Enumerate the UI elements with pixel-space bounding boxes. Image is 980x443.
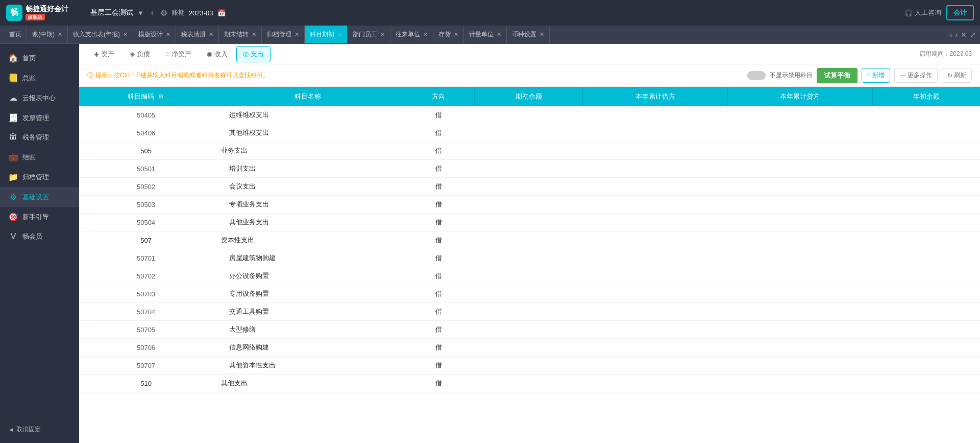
sidebar-item-invoice[interactable]: 🧾 发票管理 — [0, 108, 79, 128]
table-row[interactable]: 510 其他支出 借 — [79, 375, 980, 392]
company-dropdown-icon[interactable]: ▼ — [137, 9, 144, 17]
cell-name: 大型修缮 — [213, 321, 403, 339]
content-tab-assets[interactable]: ◈ 资产 — [87, 46, 121, 62]
tab-close-icon[interactable]: ✕ — [166, 31, 170, 38]
tab-close-icon[interactable]: ✕ — [123, 31, 128, 38]
table-row[interactable]: 50501 培训支出 借 — [79, 160, 980, 178]
toolbar: ⓘ 提示：按Ctrl + F键并输入科目编码或者科目名称可以查找科目。 不显示禁… — [79, 64, 980, 87]
tab-close-icon[interactable]: ✕ — [540, 31, 544, 38]
tab-counterparty[interactable]: 往来单位 ✕ — [390, 26, 433, 44]
cell-year-opening — [872, 267, 980, 285]
left-arrow-icon: ◄ — [8, 426, 14, 433]
table-row[interactable]: 50701 房屋建筑物购建 借 — [79, 249, 980, 267]
cell-code: 50406 — [79, 124, 213, 142]
tab-department-staff[interactable]: 部门员工 ✕ — [348, 26, 390, 44]
table-row[interactable]: 50705 大型修缮 借 — [79, 321, 980, 339]
table-row[interactable]: 50702 办公设备购置 借 — [79, 267, 980, 285]
tab-homepage[interactable]: 首页 — [4, 26, 27, 44]
table-row[interactable]: 50405 运维维权支出 借 — [79, 106, 980, 124]
sidebar-item-archive[interactable]: 📁 归档管理 — [0, 167, 79, 187]
tab-close-icon[interactable]: ✕ — [497, 31, 501, 38]
table-row[interactable]: 50706 信息网络购建 借 — [79, 339, 980, 357]
table-row[interactable]: 50503 专项业务支出 借 — [79, 196, 980, 214]
tab-close-icon[interactable]: ✕ — [423, 31, 428, 38]
more-operations-button[interactable]: ⋯ 更多操作 — [894, 68, 938, 83]
sidebar: 🏠 首页 📒 总账 ☁ 云报表中心 🧾 发票管理 🏛 税务管理 💼 结账 📁 归… — [0, 44, 79, 443]
cell-ytd-debit — [583, 285, 728, 303]
cell-ytd-debit — [583, 357, 728, 375]
trial-balance-button[interactable]: 试算平衡 — [817, 68, 857, 83]
toolbar-right: 不显示禁用科目 试算平衡 + 新增 ⋯ 更多操作 ↻ 刷新 — [747, 68, 972, 83]
sidebar-item-home[interactable]: 🏠 首页 — [0, 48, 79, 68]
tab-inventory[interactable]: 存货 ✕ — [433, 26, 464, 44]
sidebar-item-guide[interactable]: 🎯 新手引导 — [0, 207, 79, 227]
tab-close-icon[interactable]: ✕ — [295, 31, 299, 38]
table-row[interactable]: 50707 其他资本性支出 借 — [79, 357, 980, 375]
settings-icon[interactable]: ⚙ — [160, 8, 167, 18]
tab-close-icon[interactable]: ✕ — [454, 31, 458, 38]
tab-template-design[interactable]: 模版设计 ✕ — [133, 26, 176, 44]
calendar-icon[interactable]: 📅 — [217, 9, 226, 17]
table-row[interactable]: 50504 其他业务支出 借 — [79, 214, 980, 231]
tab-label: 科目期初 — [310, 30, 334, 39]
collapse-label: 取消固定 — [16, 425, 41, 434]
tab-next-icon[interactable]: › — [955, 31, 958, 39]
refresh-button[interactable]: ↻ 刷新 — [942, 68, 972, 83]
table-row[interactable]: 507 资本性支出 借 — [79, 231, 980, 249]
tab-label: 往来单位 — [396, 30, 420, 39]
cell-ytd-credit — [727, 339, 872, 357]
tab-tax-list[interactable]: 税表清册 ✕ — [176, 26, 219, 44]
tab-unit[interactable]: 计量单位 ✕ — [464, 26, 507, 44]
cell-code: 50504 — [79, 214, 213, 231]
sidebar-item-ledger[interactable]: 📒 总账 — [0, 68, 79, 88]
tab-maximize-icon[interactable]: ⤢ — [970, 31, 976, 39]
content-tab-net-assets[interactable]: ≡ 净资产 — [159, 46, 198, 62]
table-row[interactable]: 50704 交通工具购置 借 — [79, 303, 980, 321]
disable-toggle[interactable] — [747, 71, 766, 80]
cell-ytd-credit — [727, 214, 872, 231]
content-tab-liabilities[interactable]: ◈ 负债 — [123, 46, 157, 62]
column-settings-icon[interactable]: ⚙ — [158, 93, 164, 100]
tab-zhangqizhong[interactable]: 账(中期) ✕ — [27, 26, 68, 44]
period-label: 账期 — [172, 8, 185, 17]
table-row[interactable]: 50502 会议支出 借 — [79, 178, 980, 196]
table-row[interactable]: 50703 专用设备购置 借 — [79, 285, 980, 303]
tab-period-end[interactable]: 期末结转 ✕ — [219, 26, 262, 44]
cell-name: 资本性支出 — [213, 231, 403, 249]
tab-close-icon[interactable]: ✕ — [209, 31, 213, 38]
table-row[interactable]: 50406 其他维权支出 借 — [79, 124, 980, 142]
table-row[interactable]: 505 业务支出 借 — [79, 142, 980, 160]
new-button[interactable]: + 新增 — [862, 68, 890, 83]
sidebar-item-settle[interactable]: 💼 结账 — [0, 147, 79, 167]
content-tab-expenditure[interactable]: ◎ 支出 — [236, 46, 271, 62]
tab-archive[interactable]: 归档管理 ✕ — [262, 26, 305, 44]
tab-close-icon[interactable]: ✕ — [337, 31, 342, 38]
tab-close-all-icon[interactable]: ✕ — [961, 31, 967, 39]
tab-prev-icon[interactable]: ‹ — [950, 31, 952, 39]
cell-ytd-credit — [727, 231, 872, 249]
sidebar-item-tax[interactable]: 🏛 税务管理 — [0, 128, 79, 147]
sidebar-collapse-button[interactable]: ◄ 取消固定 — [0, 420, 79, 439]
tab-subject-initial[interactable]: 科目期初 ✕ — [305, 26, 348, 44]
cell-direction: 借 — [403, 106, 475, 124]
content-area: ◈ 资产 ◈ 负债 ≡ 净资产 ◉ 收入 ◎ 支出 启用期间：2023.03 — [79, 44, 980, 443]
tab-shouru-zhichu[interactable]: 收入支出表(年报) ✕ — [68, 26, 133, 44]
tax-icon: 🏛 — [8, 133, 18, 142]
kuaiji-button[interactable]: 会计 — [946, 5, 974, 20]
cell-year-opening — [872, 124, 980, 142]
tab-close-icon[interactable]: ✕ — [58, 31, 62, 38]
expenditure-icon: ◎ — [243, 50, 249, 58]
add-tab-button[interactable]: ＋ — [148, 8, 156, 18]
tab-label: 模版设计 — [138, 30, 163, 39]
cell-name: 专用设备购置 — [213, 285, 403, 303]
tab-close-icon[interactable]: ✕ — [252, 31, 256, 38]
sidebar-item-settings[interactable]: ⚙ 基础设置 — [0, 187, 79, 207]
help-button[interactable]: 🎧 人工咨询 — [904, 8, 941, 17]
sidebar-label: 云报表中心 — [22, 94, 56, 103]
sidebar-item-membership[interactable]: V 畅会员 — [0, 227, 79, 246]
tab-currency[interactable]: 币种设置 ✕ — [507, 26, 550, 44]
content-tab-income[interactable]: ◉ 收入 — [200, 46, 234, 62]
tab-close-icon[interactable]: ✕ — [380, 31, 385, 38]
sidebar-item-reports[interactable]: ☁ 云报表中心 — [0, 88, 79, 108]
col-header-code: 科目编码 ⚙ — [79, 87, 213, 106]
